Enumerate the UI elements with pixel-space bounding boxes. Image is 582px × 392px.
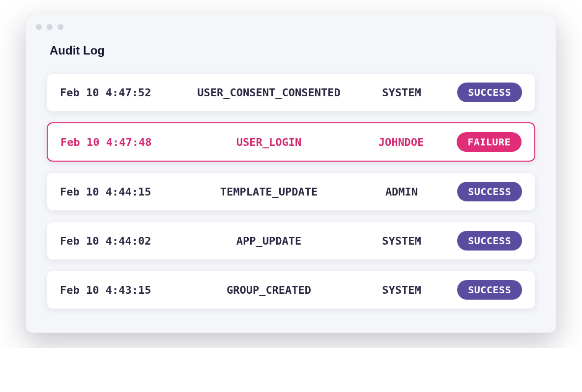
log-status-cell: SUCCESS — [443, 182, 522, 201]
log-row[interactable]: Feb 10 4:43:15 GROUP_CREATED SYSTEM SUCC… — [47, 271, 535, 309]
log-event: USER_LOGIN — [178, 136, 359, 148]
log-status-cell: SUCCESS — [443, 231, 522, 251]
log-row[interactable]: Feb 10 4:47:52 USER_CONSENT_CONSENTED SY… — [47, 73, 535, 112]
log-timestamp: Feb 10 4:43:15 — [60, 284, 173, 296]
log-event: USER_CONSENT_CONSENTED — [178, 86, 360, 99]
log-actor: ADMIN — [365, 186, 438, 198]
app-window: Audit Log Feb 10 4:47:52 USER_CONSENT_CO… — [26, 15, 556, 333]
status-badge: SUCCESS — [457, 231, 522, 251]
status-badge: SUCCESS — [457, 280, 522, 300]
status-badge: SUCCESS — [457, 182, 522, 201]
log-actor: SYSTEM — [365, 235, 438, 247]
log-event: TEMPLATE_UPDATE — [178, 186, 360, 198]
maximize-icon[interactable] — [58, 24, 63, 30]
log-actor: JOHNDOE — [364, 136, 438, 148]
log-timestamp: Feb 10 4:47:52 — [60, 86, 173, 99]
log-timestamp: Feb 10 4:47:48 — [60, 136, 174, 148]
log-actor: SYSTEM — [365, 86, 438, 99]
page-title: Audit Log — [50, 44, 535, 57]
log-row[interactable]: Feb 10 4:47:48 USER_LOGIN JOHNDOE FAILUR… — [47, 122, 535, 162]
log-status-cell: SUCCESS — [443, 280, 522, 300]
log-timestamp: Feb 10 4:44:15 — [60, 186, 173, 198]
log-status-cell: SUCCESS — [443, 83, 522, 102]
log-row[interactable]: Feb 10 4:44:02 APP_UPDATE SYSTEM SUCCESS — [47, 222, 535, 260]
log-timestamp: Feb 10 4:44:02 — [60, 235, 173, 247]
log-row[interactable]: Feb 10 4:44:15 TEMPLATE_UPDATE ADMIN SUC… — [47, 172, 535, 211]
audit-log-list: Feb 10 4:47:52 USER_CONSENT_CONSENTED SY… — [47, 73, 535, 309]
log-actor: SYSTEM — [365, 284, 438, 296]
main-content: Audit Log Feb 10 4:47:52 USER_CONSENT_CO… — [26, 30, 556, 333]
log-event: GROUP_CREATED — [178, 284, 360, 296]
log-event: APP_UPDATE — [178, 235, 360, 247]
log-status-cell: FAILURE — [443, 132, 522, 152]
minimize-icon[interactable] — [47, 24, 53, 30]
status-badge: FAILURE — [457, 132, 522, 152]
window-titlebar — [26, 15, 556, 30]
close-icon[interactable] — [36, 24, 42, 30]
status-badge: SUCCESS — [457, 83, 522, 102]
